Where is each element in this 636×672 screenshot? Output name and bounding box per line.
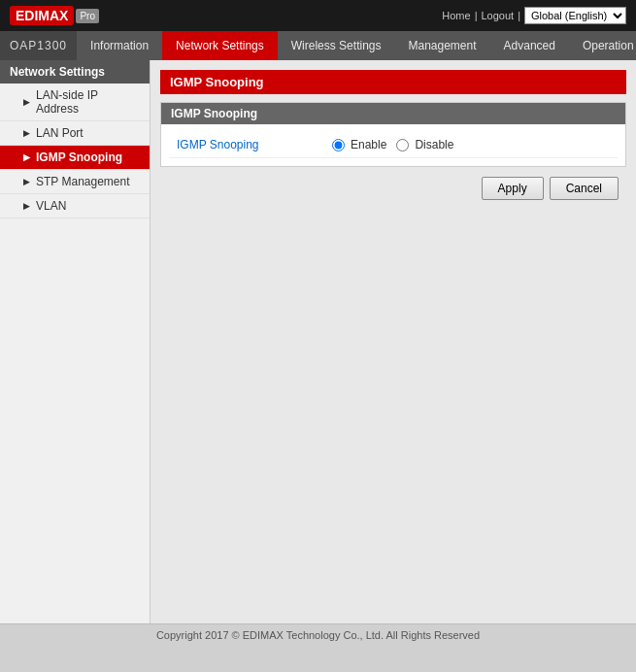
cancel-button[interactable]: Cancel — [550, 177, 619, 200]
language-select[interactable]: Global (English) Chinese Japanese — [524, 7, 626, 24]
sidebar: Network Settings ▶ LAN-side IP Address ▶… — [0, 60, 151, 623]
apply-button[interactable]: Apply — [482, 177, 544, 200]
sidebar-item-lan-port[interactable]: ▶ LAN Port — [0, 121, 150, 146]
arrow-icon: ▶ — [23, 177, 30, 186]
footer: Copyright 2017 © EDIMAX Technology Co., … — [0, 623, 636, 646]
main-nav: Information Network Settings Wireless Se… — [77, 31, 636, 60]
oap-label: OAP1300 — [0, 31, 77, 60]
nav-item-wireless-settings[interactable]: Wireless Settings — [278, 31, 395, 60]
logo-pro: Pro — [76, 9, 99, 23]
top-links: Home | Logout | Global (English) Chinese… — [442, 7, 626, 24]
sidebar-item-stp-management[interactable]: ▶ STP Management — [0, 170, 150, 194]
enable-radio[interactable] — [332, 139, 345, 151]
arrow-icon: ▶ — [23, 201, 30, 211]
home-link[interactable]: Home — [442, 10, 470, 21]
inner-box-title: IGMP Snooping — [161, 103, 625, 124]
igmp-snooping-row: IGMP Snooping Enable Disable — [169, 132, 618, 158]
arrow-icon: ▶ — [23, 152, 30, 162]
enable-radio-group: Enable — [332, 138, 386, 151]
separator2: | — [518, 10, 520, 21]
main-layout: Network Settings ▶ LAN-side IP Address ▶… — [0, 60, 636, 623]
disable-label: Disable — [415, 138, 453, 151]
disable-radio-group: Disable — [396, 138, 453, 151]
sidebar-item-igmp-snooping[interactable]: ▶ IGMP Snooping — [0, 146, 150, 170]
arrow-icon: ▶ — [23, 128, 30, 138]
page-title: IGMP Snooping — [160, 70, 626, 94]
content-area: IGMP Snooping IGMP Snooping IGMP Snoopin… — [151, 60, 636, 623]
inner-box-content: IGMP Snooping Enable Disable — [161, 124, 625, 166]
nav-item-advanced[interactable]: Advanced — [490, 31, 569, 60]
footer-text: Copyright 2017 © EDIMAX Technology Co., … — [156, 629, 480, 641]
logo: EDIMAX Pro — [10, 6, 99, 25]
enable-label: Enable — [351, 138, 386, 151]
button-bar: Apply Cancel — [160, 167, 626, 210]
logo-edimax: EDIMAX — [10, 6, 74, 25]
igmp-snooping-controls: Enable Disable — [332, 138, 453, 151]
separator1: | — [475, 10, 478, 21]
logout-link[interactable]: Logout — [481, 10, 514, 21]
igmp-snooping-label: IGMP Snooping — [177, 138, 332, 151]
sidebar-item-vlan[interactable]: ▶ VLAN — [0, 194, 150, 218]
sidebar-item-lan-side-ip[interactable]: ▶ LAN-side IP Address — [0, 84, 150, 121]
nav-item-information[interactable]: Information — [77, 31, 162, 60]
igmp-snooping-box: IGMP Snooping IGMP Snooping Enable Disab… — [160, 102, 626, 167]
sidebar-title: Network Settings — [0, 60, 150, 84]
top-bar: EDIMAX Pro Home | Logout | Global (Engli… — [0, 0, 636, 31]
arrow-icon: ▶ — [23, 97, 30, 107]
nav-item-operation-mode[interactable]: Operation Mode — [569, 31, 636, 60]
nav-item-network-settings[interactable]: Network Settings — [162, 31, 278, 60]
nav-item-management[interactable]: Management — [394, 31, 489, 60]
disable-radio[interactable] — [396, 139, 409, 151]
